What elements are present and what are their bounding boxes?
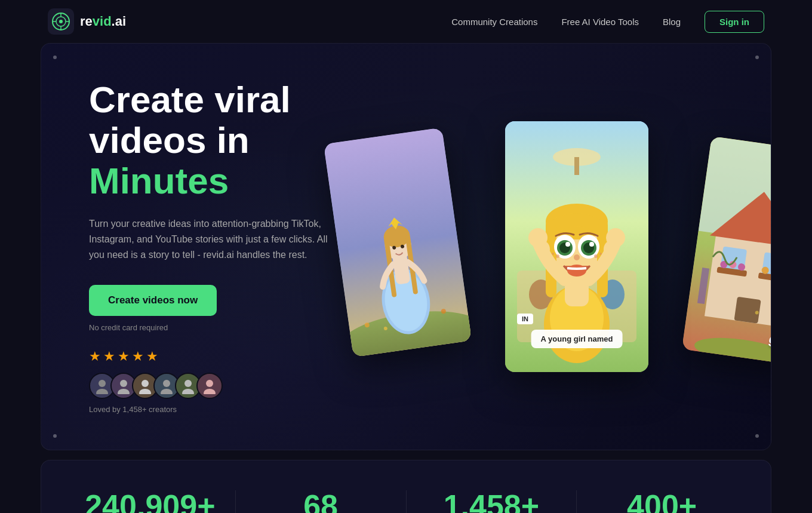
signin-button[interactable]: Sign in [705,11,764,33]
svg-point-13 [139,389,151,394]
svg-rect-81 [734,296,761,323]
svg-point-65 [528,228,548,247]
video-card-right: g from [682,136,771,365]
svg-point-18 [206,380,213,387]
nav-links: Community Creations Free AI Video Tools … [451,11,764,33]
hero-title: Create viral videos in Minutes [89,79,387,202]
nav-link-tools[interactable]: Free AI Video Tools [561,17,639,27]
stat-creators: 1,458+ Creators [406,490,577,513]
nav-link-blog[interactable]: Blog [663,17,681,27]
dot-tl [53,56,57,59]
card-right-image [682,136,771,365]
svg-point-57 [574,254,580,260]
star-4: ★ [132,349,144,364]
dot-bl [53,434,57,438]
svg-point-17 [182,389,194,394]
create-videos-button[interactable]: Create videos now [89,285,217,316]
svg-point-8 [99,380,106,387]
svg-point-62 [599,253,602,255]
hero-description: Turn your creative ideas into attention-… [89,216,340,263]
dot-br [755,434,759,438]
star-2: ★ [103,349,115,364]
svg-point-60 [552,253,554,255]
svg-point-12 [142,380,149,387]
stat-reviews-value: 400+ [577,490,747,513]
avatar-6 [196,373,223,399]
star-1: ★ [89,349,101,364]
svg-point-11 [118,389,130,394]
dot-tr [755,56,759,59]
svg-point-59 [556,254,559,258]
in-badge: IN [517,314,533,324]
logo-icon [48,8,74,35]
hero-video-cards: IN A young girl named [383,97,771,396]
svg-point-3 [59,20,63,23]
no-credit-card-label: No credit card required [89,323,387,332]
svg-point-10 [120,380,127,387]
stat-videos-created: 240,909+ Videos Created [65,490,235,513]
svg-point-14 [163,380,170,387]
navbar: revid.ai Community Creations Free AI Vid… [0,0,812,43]
video-card-center: IN A young girl named [505,121,648,372]
hero-left: Create viral videos in Minutes Turn your… [89,79,387,414]
svg-point-9 [96,389,108,394]
avatar-group [89,373,387,399]
svg-point-56 [589,242,594,247]
loved-by-text: Loved by 1,458+ creators [89,405,387,414]
stat-countries: 68 Countries [235,490,406,513]
svg-point-58 [567,265,586,277]
star-rating: ★ ★ ★ ★ ★ [89,349,387,364]
svg-point-19 [204,389,216,394]
nav-link-community[interactable]: Community Creations [451,17,537,27]
card-subtitle: A young girl named [531,330,623,348]
svg-point-61 [594,254,598,258]
stat-reviews: 400+ 5-Star Reviews [576,490,747,513]
hero-section: Create viral videos in Minutes Turn your… [41,43,771,450]
svg-point-55 [565,242,570,247]
logo[interactable]: revid.ai [48,8,126,35]
stat-creators-value: 1,458+ [407,490,577,513]
stats-section: 240,909+ Videos Created 68 Countries 1,4… [41,460,771,513]
svg-rect-38 [574,157,579,175]
star-5: ★ [146,349,158,364]
stat-countries-value: 68 [236,490,406,513]
star-3: ★ [118,349,130,364]
stat-videos-value: 240,909+ [65,490,235,513]
logo-text: revid.ai [80,14,126,29]
svg-point-15 [161,389,173,394]
svg-point-16 [184,380,192,387]
svg-point-66 [606,228,625,247]
